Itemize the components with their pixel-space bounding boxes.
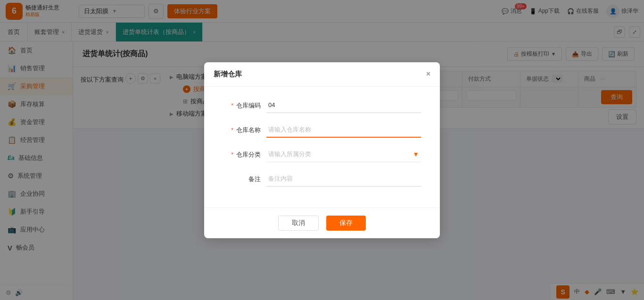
save-button[interactable]: 保存 [326, 216, 366, 231]
field-name-label: * 仓库名称 [223, 126, 261, 134]
modal-overlay[interactable]: 新增仓库 × * 仓库编码 * 仓库名称 [0, 0, 644, 300]
required-star-name: * [231, 126, 233, 133]
field-code-label: * 仓库编码 [223, 101, 261, 110]
field-code-input[interactable] [266, 98, 421, 113]
category-arrow-icon: ▼ [413, 150, 419, 158]
form-row-category: * 仓库分类 请输入所属分类 ▼ [223, 147, 421, 162]
field-category-select[interactable]: 请输入所属分类 ▼ [266, 147, 421, 162]
dialog-header: 新增仓库 × [204, 62, 440, 87]
form-row-name: * 仓库名称 [223, 123, 421, 138]
required-star-category: * [231, 151, 233, 158]
dialog-title: 新增仓库 [214, 70, 242, 79]
dialog-footer: 取消 保存 [204, 208, 440, 238]
dialog-close-button[interactable]: × [426, 70, 430, 78]
category-placeholder: 请输入所属分类 [268, 150, 311, 158]
required-star-code: * [231, 102, 233, 109]
field-remark-label: 备注 [223, 175, 261, 183]
dialog-new-warehouse: 新增仓库 × * 仓库编码 * 仓库名称 [204, 62, 440, 238]
field-name-input[interactable] [266, 123, 421, 138]
form-row-remark: 备注 [223, 172, 421, 187]
form-row-code: * 仓库编码 [223, 98, 421, 113]
cancel-button[interactable]: 取消 [278, 216, 319, 231]
field-remark-input[interactable] [266, 172, 421, 187]
dialog-body: * 仓库编码 * 仓库名称 * 仓库分类 请输入所属 [204, 87, 440, 208]
field-category-label: * 仓库分类 [223, 150, 261, 159]
